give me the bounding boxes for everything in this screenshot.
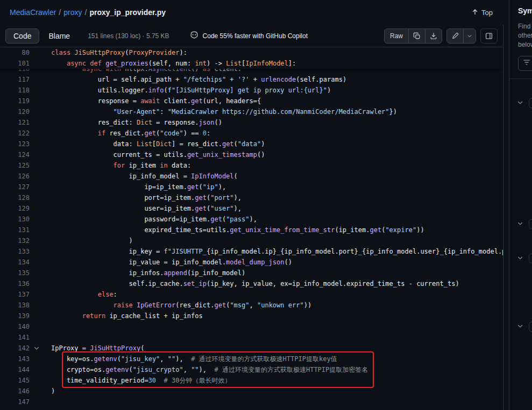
fold-gutter [30, 235, 44, 246]
line-number[interactable]: 129 [0, 203, 30, 214]
code-text: crypto=os.getenv("jisu_crypto", ""), # 通… [44, 364, 368, 375]
code-line-116: 116 async with httpx.AsyncClient() as cl… [0, 69, 503, 74]
copy-button[interactable] [408, 28, 425, 44]
breadcrumb-repo-link[interactable]: MediaCrawler [10, 8, 56, 17]
code-blame-switch: Code Blame [5, 28, 78, 44]
line-number[interactable]: 137 [0, 289, 30, 300]
code-line-130: 130 password=ip_item.get("pass"), [0, 214, 503, 225]
back-to-top-label: Top [481, 9, 493, 17]
line-number[interactable]: 118 [0, 85, 30, 96]
code-text: raise IpGetError(res_dict.get("msg", "un… [44, 300, 311, 311]
line-number[interactable]: 120 [0, 106, 30, 117]
line-number[interactable]: 101 [0, 58, 30, 69]
fold-toggle-icon[interactable] [30, 343, 44, 354]
code-line-137: 137 else: [0, 289, 503, 300]
line-number[interactable]: 131 [0, 225, 30, 235]
chevron-down-icon[interactable] [517, 219, 523, 229]
edit-dropdown-button[interactable] [463, 28, 476, 44]
symbol-row[interactable] [517, 320, 532, 333]
line-number[interactable]: 123 [0, 139, 30, 149]
fold-gutter [30, 300, 44, 311]
fold-gutter [30, 58, 44, 69]
chevron-down-icon[interactable] [517, 98, 523, 108]
line-number[interactable]: 126 [0, 171, 30, 182]
code-text: utils.logger.info(f"[JiSuHttpProxy] get … [44, 85, 331, 96]
tab-blame[interactable]: Blame [40, 28, 78, 44]
code-text: for ip_item in data: [44, 160, 191, 171]
line-number[interactable]: 132 [0, 235, 30, 246]
raw-button[interactable]: Raw [384, 28, 409, 44]
line-number[interactable]: 119 [0, 96, 30, 106]
line-number[interactable]: 140 [0, 321, 30, 332]
raw-button-group: Raw [384, 28, 442, 44]
line-number[interactable]: 134 [0, 257, 30, 268]
chevron-down-icon[interactable] [517, 322, 523, 332]
symbol-row[interactable] [517, 97, 532, 110]
code-line-145: 145 time_validity_period=30 # 30分钟（最长时效） [0, 375, 503, 386]
line-number[interactable]: 144 [0, 364, 30, 375]
page: { "breadcrumb": { "repo": "MediaCrawler"… [0, 0, 532, 410]
code-text: time_validity_period=30 # 30分钟（最长时效） [44, 375, 231, 386]
symbol-kind-badge [529, 219, 532, 229]
line-number[interactable]: 147 [0, 397, 30, 407]
fold-gutter [30, 278, 44, 289]
line-number[interactable]: 136 [0, 278, 30, 289]
chevron-down-icon [467, 33, 472, 39]
code-line-80: 80class JiSuHttpProxy(ProxyProvider): [0, 47, 503, 58]
edit-button-group [446, 28, 476, 44]
code-line-120: 120 "User-Agent": "MediaCrawler https://… [0, 106, 503, 117]
filter-icon [523, 59, 530, 68]
breadcrumb-folder-link[interactable]: proxy [63, 8, 82, 17]
symbol-row[interactable] [517, 218, 532, 231]
code-line-117: 117 url = self.api_path + "/fetchips" + … [0, 74, 503, 85]
chevron-down-icon[interactable] [517, 254, 523, 263]
line-number[interactable]: 127 [0, 182, 30, 192]
tab-code[interactable]: Code [5, 28, 39, 44]
code-line-135: 135 ip_infos.append(ip_info_model) [0, 268, 503, 278]
back-to-top-button[interactable]: Top [471, 8, 493, 17]
line-number[interactable]: 145 [0, 375, 30, 386]
line-number[interactable]: 146 [0, 386, 30, 397]
code-text: port=ip_item.get("port"), [44, 192, 242, 203]
line-number[interactable]: 122 [0, 128, 30, 139]
code-text: res_dict: Dict = response.json() [44, 117, 222, 128]
line-number[interactable]: 138 [0, 300, 30, 311]
symbol-row[interactable] [517, 252, 532, 265]
fold-gutter [30, 182, 44, 192]
code-text: return ip_cache_list + ip_infos [44, 311, 203, 321]
code-toolbar: Code Blame 151 lines (130 loc) · 5.75 KB… [0, 25, 503, 47]
line-number[interactable]: 141 [0, 332, 30, 343]
line-number[interactable]: 135 [0, 268, 30, 278]
line-number[interactable]: 128 [0, 192, 30, 203]
breadcrumb-separator: / [84, 8, 87, 17]
edit-button[interactable] [446, 28, 464, 44]
breadcrumb-file-name: proxy_ip_provider.py [89, 8, 166, 17]
code-line-123: 123 data: List[Dict] = res_dict.get("dat… [0, 139, 503, 149]
symbols-panel-icon [485, 32, 493, 40]
code-text: async def get_proxies(self, num: int) ->… [44, 58, 296, 69]
code-line-147: 147 [0, 397, 503, 407]
code-line-139: 139 return ip_cache_list + ip_infos [0, 311, 503, 321]
line-number[interactable]: 121 [0, 117, 30, 128]
code-text: ) [44, 235, 133, 246]
fold-gutter [30, 69, 44, 74]
code-line-119: 119 response = await client.get(url, hea… [0, 96, 503, 106]
line-number[interactable]: 116 [0, 69, 30, 74]
code-line-131: 131 expired_time_ts=utils.get_unix_time_… [0, 225, 503, 235]
line-number[interactable]: 125 [0, 160, 30, 171]
line-number[interactable]: 139 [0, 311, 30, 321]
symbols-panel-toggle-button[interactable] [480, 28, 498, 44]
fold-gutter [30, 47, 44, 58]
line-number[interactable]: 130 [0, 214, 30, 225]
line-number[interactable]: 124 [0, 149, 30, 160]
fold-gutter [30, 160, 44, 171]
arrow-up-icon [471, 8, 479, 17]
line-number[interactable]: 142 [0, 343, 30, 354]
line-number[interactable]: 143 [0, 354, 30, 364]
line-number[interactable]: 80 [0, 47, 30, 58]
line-number[interactable]: 133 [0, 246, 30, 257]
copilot-banner: Code 55% faster with GitHub Copilot [190, 31, 308, 41]
code-line-142: 142IpProxy = JiSuHttpProxy( [0, 343, 503, 354]
download-button[interactable] [425, 28, 442, 44]
line-number[interactable]: 117 [0, 74, 30, 85]
